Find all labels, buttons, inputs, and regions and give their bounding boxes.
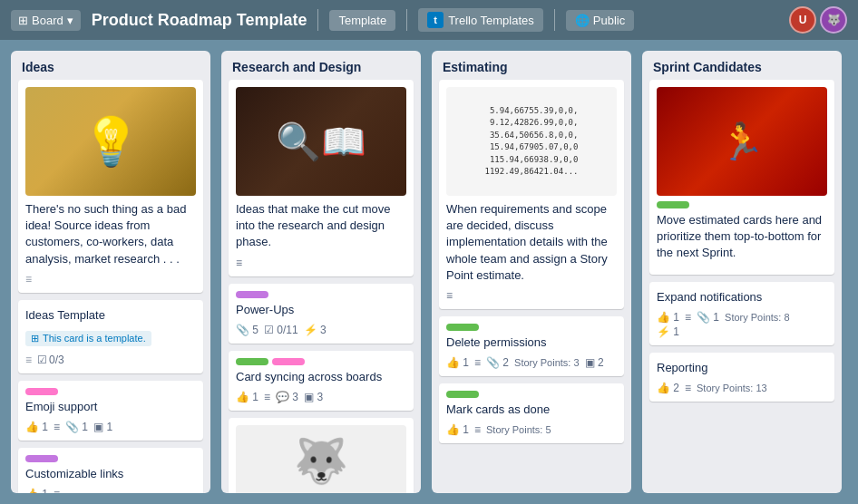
card-meta: 👍 1 ≡ 📎 1 Story Points: 8 <box>657 311 827 324</box>
card-meta: 👍 1 ≡ 📎 2 Story Points: 3 ▣ 2 <box>446 356 617 369</box>
card-text: Power-Ups <box>236 302 406 318</box>
column-ideas: Ideas 💡 There's no such thing as a bad i… <box>11 51 210 493</box>
card-power-ups[interactable]: Power-Ups 📎 5 ☑ 0/11 ⚡ 3 <box>229 284 414 344</box>
meta-story-points: Story Points: 5 <box>486 424 551 435</box>
meta-like: 👍 1 <box>657 311 679 324</box>
card-reporting[interactable]: Reporting 👍 2 ≡ Story Points: 13 <box>649 353 834 402</box>
trello-templates-button[interactable]: t Trello Templates <box>418 8 543 32</box>
card-text: When requirements and scope are decided,… <box>446 201 617 284</box>
card-meta: 👍 1 ≡ 💬 3 ▣ 3 <box>236 391 406 403</box>
meta-desc: ≡ <box>25 273 32 286</box>
meta-checklist: ☑ 0/3 <box>37 354 64 366</box>
meta-attach: 📎 5 <box>236 324 258 336</box>
meta-desc: ≡ <box>236 257 242 269</box>
card-image-sprint: 🏃 <box>657 87 827 196</box>
label-row <box>236 291 406 298</box>
meta-cover: ▣ 1 <box>93 421 112 433</box>
trello-icon: t <box>427 12 444 28</box>
card-ideas-description[interactable]: 💡 There's no such thing as a bad idea! S… <box>18 80 203 293</box>
meta-desc: ≡ <box>685 311 691 324</box>
card-image-taco: 🐺 <box>236 425 406 493</box>
label-row <box>657 201 827 208</box>
card-text: There's no such thing as a bad idea! Sou… <box>25 201 196 267</box>
card-meta: 👍 2 ≡ Story Points: 13 <box>657 382 827 394</box>
card-text: Card syncing across boards <box>236 369 406 385</box>
avatar[interactable]: 🐺 <box>820 6 847 34</box>
avatar[interactable]: U <box>789 6 816 34</box>
meta-desc: ≡ <box>54 488 60 493</box>
divider <box>317 9 318 31</box>
public-label: Public <box>593 14 625 27</box>
card-research-description[interactable]: 🔍📖 Ideas that make the cut move into the… <box>229 80 414 276</box>
label-pink <box>272 358 305 365</box>
board-button[interactable]: ⊞ Board ▾ <box>11 10 81 31</box>
app-header: ⊞ Board ▾ Product Roadmap Template Templ… <box>0 0 858 40</box>
label-row <box>25 388 196 395</box>
card-expand-notifications[interactable]: Expand notifications 👍 1 ≡ 📎 1 Story Poi… <box>649 282 834 345</box>
board-label: Board <box>32 14 63 27</box>
label-pink <box>25 388 58 395</box>
meta-powerup: ⚡ 3 <box>304 324 327 336</box>
column-research: Research and Design 🔍📖 Ideas that make t… <box>221 51 421 493</box>
card-meta: ≡ <box>236 257 406 269</box>
label-purple <box>25 455 58 462</box>
template-badge-card: ⊞ This card is a template. <box>25 331 151 346</box>
template-icon: ⊞ <box>31 333 39 344</box>
meta-like: 👍 1 <box>236 391 258 403</box>
card-mark-done[interactable]: Mark cards as done 👍 1 ≡ Story Points: 5 <box>439 383 624 443</box>
template-badge[interactable]: Template <box>329 10 395 31</box>
card-meta: ≡ ☑ 0/3 <box>25 354 196 366</box>
column-header-estimating: Estimating <box>432 51 631 80</box>
card-text: Ideas that make the cut move into the re… <box>236 201 406 251</box>
meta-desc: ≡ <box>54 421 60 433</box>
meta-attach: 📎 1 <box>697 311 719 324</box>
card-customizable-links[interactable]: Customizable links 👍 1 ≡ <box>18 448 203 493</box>
label-row <box>236 358 406 365</box>
column-header-research: Research and Design <box>221 51 421 80</box>
label-row <box>25 455 196 462</box>
meta-like: 👍 1 <box>446 356 469 369</box>
meta-comment: 💬 3 <box>276 391 298 403</box>
avatar-group: U 🐺 <box>789 6 847 34</box>
label-row <box>446 324 617 331</box>
public-button[interactable]: 🌐 Public <box>566 10 634 31</box>
column-header-sprint: Sprint Candidates <box>642 51 842 80</box>
meta-desc: ≡ <box>25 354 32 366</box>
card-text: Emoji support <box>25 399 196 415</box>
card-image-estimating: 5.94,66755.39,0,0, 9.12,42826.99,0,0, 35… <box>446 87 617 196</box>
card-emoji-support[interactable]: Emoji support 👍 1 ≡ 📎 1 ▣ 1 <box>18 381 203 441</box>
card-sprint-description[interactable]: 🏃 Move estimated cards here and prioriti… <box>649 80 834 275</box>
meta-desc: ≡ <box>264 391 270 403</box>
meta-story-points: Story Points: 13 <box>697 383 767 393</box>
label-green <box>657 201 689 208</box>
card-meta: 👍 1 ≡ <box>25 488 196 493</box>
meta-cover: ▣ 3 <box>304 391 323 403</box>
column-body-ideas: 💡 There's no such thing as a bad idea! S… <box>11 80 210 493</box>
card-text: Reporting <box>657 360 827 376</box>
column-estimating: Estimating 5.94,66755.39,0,0, 9.12,42826… <box>432 51 631 493</box>
meta-checklist: ☑ 0/11 <box>264 324 298 336</box>
column-body-sprint: 🏃 Move estimated cards here and prioriti… <box>642 80 842 493</box>
card-text: Delete permissions <box>446 334 617 351</box>
card-text: Ideas Template <box>25 307 196 324</box>
meta-desc: ≡ <box>474 423 481 436</box>
card-meta: 📎 5 ☑ 0/11 ⚡ 3 <box>236 324 406 336</box>
meta-desc: ≡ <box>446 289 453 302</box>
meta-story-points: Story Points: 3 <box>514 357 580 368</box>
label-green <box>446 391 479 398</box>
trello-templates-label: Trello Templates <box>448 14 534 27</box>
card-delete-permissions[interactable]: Delete permissions 👍 1 ≡ 📎 2 Story Point… <box>439 316 624 376</box>
card-syncing[interactable]: Card syncing across boards 👍 1 ≡ 💬 3 ▣ 3 <box>229 351 414 411</box>
chevron-down-icon: ▾ <box>67 14 73 27</box>
meta-attach: 📎 2 <box>486 356 509 369</box>
card-text: Expand notifications <box>657 289 827 305</box>
card-more-taco[interactable]: 🐺 More Taco! 👍 1 ≡ ▣ 1 ⚡ 1 ✕ 1 💬 4 <box>229 418 414 493</box>
globe-icon: 🌐 <box>575 14 590 27</box>
divider <box>554 9 555 31</box>
card-ideas-template[interactable]: Ideas Template ⊞ This card is a template… <box>18 300 203 373</box>
column-body-estimating: 5.94,66755.39,0,0, 9.12,42826.99,0,0, 35… <box>432 80 631 493</box>
card-estimating-description[interactable]: 5.94,66755.39,0,0, 9.12,42826.99,0,0, 35… <box>439 80 624 309</box>
meta-story-points: Story Points: 8 <box>725 312 790 323</box>
card-meta: ≡ <box>446 289 617 302</box>
label-row <box>446 391 617 398</box>
